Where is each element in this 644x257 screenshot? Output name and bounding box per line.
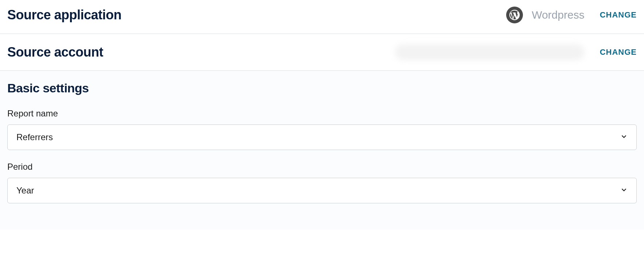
basic-settings-section: Basic settings Report name Referrers Per… (0, 71, 644, 230)
period-select[interactable]: Year (7, 178, 637, 203)
change-application-link[interactable]: CHANGE (593, 10, 637, 20)
basic-settings-title: Basic settings (7, 81, 637, 95)
source-application-right: Wordpress CHANGE (506, 7, 637, 23)
report-name-field-group: Report name Referrers (7, 108, 637, 150)
period-value: Year (16, 185, 34, 196)
period-field-group: Period Year (7, 162, 637, 203)
source-account-value-redacted (395, 44, 585, 60)
period-select-wrap: Year (7, 178, 637, 203)
source-account-right: CHANGE (395, 44, 637, 60)
report-name-value: Referrers (16, 132, 53, 142)
source-application-name: Wordpress (532, 9, 585, 21)
change-account-link[interactable]: CHANGE (593, 47, 637, 57)
report-name-label: Report name (7, 108, 637, 119)
period-label: Period (7, 162, 637, 172)
source-application-title: Source application (7, 7, 121, 23)
report-name-select[interactable]: Referrers (7, 124, 637, 150)
report-name-select-wrap: Referrers (7, 124, 637, 150)
source-application-row: Source application Wordpress CHANGE (0, 0, 644, 34)
source-account-row: Source account CHANGE (0, 34, 644, 71)
source-account-title: Source account (7, 45, 103, 60)
wordpress-icon (506, 7, 523, 23)
